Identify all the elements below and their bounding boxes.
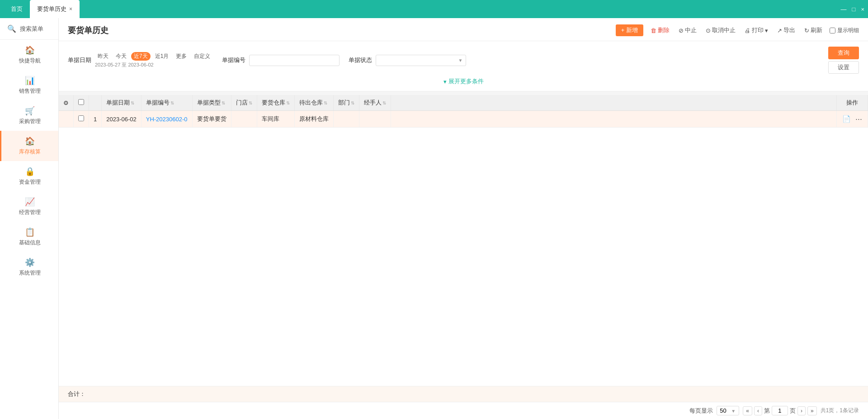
next-page-btn[interactable]: › — [797, 406, 806, 415]
sidebar-item-inventory[interactable]: 🏠 库存核算 — [0, 131, 58, 161]
row-pending-warehouse: 原材料仓库 — [294, 111, 333, 128]
query-button[interactable]: 查询 — [828, 47, 859, 59]
sidebar: 🔍 搜索菜单 🏠 快捷导航 📊 销售管理 🛒 采购管理 🏠 库存核算 🔒 资金管… — [0, 18, 59, 419]
col-settings[interactable]: ⚙ — [59, 95, 74, 111]
sidebar-label-finance: 资金管理 — [19, 178, 41, 186]
new-button[interactable]: + 新增 — [616, 24, 643, 36]
date-btn-yesterday[interactable]: 昨天 — [95, 52, 111, 61]
sidebar-label-sales: 销售管理 — [19, 87, 41, 95]
page-suffix: 页 — [790, 407, 796, 415]
sidebar-label-quick-nav: 快捷导航 — [19, 57, 41, 65]
sidebar-label-basic-info: 基础信息 — [19, 239, 41, 247]
sidebar-item-quick-nav[interactable]: 🏠 快捷导航 — [0, 40, 58, 70]
bill-no-input[interactable] — [249, 55, 340, 66]
close-btn[interactable]: × — [861, 6, 864, 13]
table-row: 1 2023-06-02 YH-20230602-0 要货单要货 车间库 原材料… — [59, 111, 868, 128]
status-select[interactable] — [376, 55, 466, 66]
system-icon: ⚙️ — [25, 257, 35, 267]
table-container: ⚙ 单据日期⇅ 单据编号⇅ 单据类型⇅ 门店⇅ 要货仓库⇅ 待出仓库⇅ 部门⇅ — [59, 95, 868, 386]
table-header-row: ⚙ 单据日期⇅ 单据编号⇅ 单据类型⇅ 门店⇅ 要货仓库⇅ 待出仓库⇅ 部门⇅ — [59, 95, 868, 111]
date-btn-more[interactable]: 更多 — [173, 52, 189, 61]
export-button[interactable]: ↗ 导出 — [775, 25, 797, 35]
tab-close-icon[interactable]: × — [69, 6, 72, 12]
row-bill-no[interactable]: YH-20230602-0 — [141, 111, 192, 128]
show-detail-check[interactable] — [830, 28, 835, 33]
sidebar-item-basic-info[interactable]: 📋 基础信息 — [0, 222, 58, 252]
sidebar-item-search-menu[interactable]: 🔍 搜索菜单 — [0, 18, 58, 40]
sidebar-label-system: 系统管理 — [19, 269, 41, 277]
refresh-icon: ↻ — [804, 27, 809, 34]
stop-button[interactable]: ⊘ 中止 — [677, 25, 698, 35]
col-pending-warehouse[interactable]: 待出仓库⇅ — [294, 95, 333, 111]
sidebar-label-operation: 经营管理 — [19, 209, 41, 216]
sales-icon: 📊 — [25, 76, 35, 86]
sidebar-item-purchase[interactable]: 🛒 采购管理 — [0, 100, 58, 131]
cancel-stop-button[interactable]: ⊙ 取消中止 — [704, 25, 737, 35]
total-info: 共1页，1条记录 — [821, 407, 859, 414]
col-index — [89, 95, 102, 111]
tab-requisition-history[interactable]: 要货单历史 × — [30, 0, 80, 18]
page-label: 第 — [764, 407, 770, 415]
last-page-btn[interactable]: » — [807, 406, 817, 415]
page-navigation: « ‹ 第 页 › » — [743, 406, 816, 415]
col-date[interactable]: 单据日期⇅ — [102, 95, 142, 111]
prev-page-btn[interactable]: ‹ — [754, 406, 762, 415]
date-btn-1month[interactable]: 近1月 — [152, 52, 172, 61]
row-action-cell: 📄 ⋯ — [837, 111, 868, 128]
sidebar-item-finance[interactable]: 🔒 资金管理 — [0, 161, 58, 191]
expand-more-btn[interactable]: ▾ 展开更多条件 — [68, 77, 859, 86]
row-edit-icon[interactable]: 📄 — [841, 114, 852, 124]
col-store[interactable]: 门店⇅ — [231, 95, 257, 111]
sidebar-label-inventory: 库存核算 — [19, 148, 41, 156]
operation-icon: 📈 — [25, 197, 35, 207]
filter-row: 单据日期 昨天 今天 近7天 近1月 更多 自定义 2023-05-27 至 2… — [68, 47, 859, 74]
total-label: 合计： — [68, 390, 85, 398]
bill-no-label: 单据编号 — [222, 56, 245, 64]
row-department — [333, 111, 359, 128]
main-layout: 🔍 搜索菜单 🏠 快捷导航 📊 销售管理 🛒 采购管理 🏠 库存核算 🔒 资金管… — [0, 18, 868, 419]
bill-no-filter-group: 单据编号 — [222, 55, 340, 66]
col-req-warehouse[interactable]: 要货仓库⇅ — [257, 95, 294, 111]
maximize-btn[interactable]: □ — [852, 6, 856, 13]
refresh-button[interactable]: ↻ 刷新 — [802, 25, 824, 35]
col-department[interactable]: 部门⇅ — [333, 95, 359, 111]
page-number-input[interactable] — [772, 406, 788, 415]
per-page-select-wrapper: 20 50 100 200 — [717, 406, 739, 415]
col-check — [74, 95, 89, 111]
delete-button[interactable]: 🗑 删除 — [649, 25, 671, 35]
search-menu-icon: 🔍 — [7, 24, 16, 33]
date-btn-7days[interactable]: 近7天 — [131, 52, 151, 61]
quick-nav-icon: 🏠 — [25, 45, 35, 55]
col-bill-type[interactable]: 单据类型⇅ — [192, 95, 231, 111]
sidebar-item-sales[interactable]: 📊 销售管理 — [0, 70, 58, 100]
per-page-select[interactable]: 20 50 100 200 — [717, 406, 739, 415]
table-area: ⚙ 单据日期⇅ 单据编号⇅ 单据类型⇅ 门店⇅ 要货仓库⇅ 待出仓库⇅ 部门⇅ — [59, 95, 868, 402]
tab-home[interactable]: 首页 — [4, 0, 30, 18]
tab-requisition-history-label: 要货单历史 — [37, 5, 66, 13]
sidebar-item-system[interactable]: ⚙️ 系统管理 — [0, 252, 58, 282]
status-label: 单据状态 — [349, 56, 372, 64]
print-button[interactable]: 🖨 打印 ▾ — [743, 25, 770, 35]
date-btn-custom[interactable]: 自定义 — [191, 52, 213, 61]
toolbar: + 新增 🗑 删除 ⊘ 中止 ⊙ 取消中止 🖨 打印 ▾ — [616, 24, 859, 36]
sidebar-label-purchase: 采购管理 — [19, 118, 41, 125]
col-bill-no[interactable]: 单据编号⇅ — [141, 95, 192, 111]
sidebar-item-operation[interactable]: 📈 经营管理 — [0, 191, 58, 222]
row-store — [231, 111, 257, 128]
col-handler[interactable]: 经手人⇅ — [359, 95, 391, 111]
row-more-icon[interactable]: ⋯ — [854, 114, 863, 124]
date-filter-label: 单据日期 — [68, 56, 91, 64]
settings-button[interactable]: 设置 — [828, 61, 859, 74]
cancel-stop-icon: ⊙ — [706, 27, 711, 34]
status-select-wrapper — [376, 55, 466, 66]
basic-info-icon: 📋 — [25, 227, 35, 237]
pagination-bar: 每页显示 20 50 100 200 « ‹ 第 页 › » 共1页，1条记录 — [59, 402, 868, 419]
minimize-btn[interactable]: — — [841, 6, 847, 13]
export-icon: ↗ — [777, 27, 782, 34]
row-checkbox[interactable] — [78, 115, 84, 121]
show-detail-checkbox[interactable]: 显示明细 — [830, 27, 859, 34]
table-body: 1 2023-06-02 YH-20230602-0 要货单要货 车间库 原材料… — [59, 111, 868, 128]
select-all-checkbox[interactable] — [78, 99, 84, 105]
date-btn-today[interactable]: 今天 — [113, 52, 129, 61]
first-page-btn[interactable]: « — [743, 406, 752, 415]
